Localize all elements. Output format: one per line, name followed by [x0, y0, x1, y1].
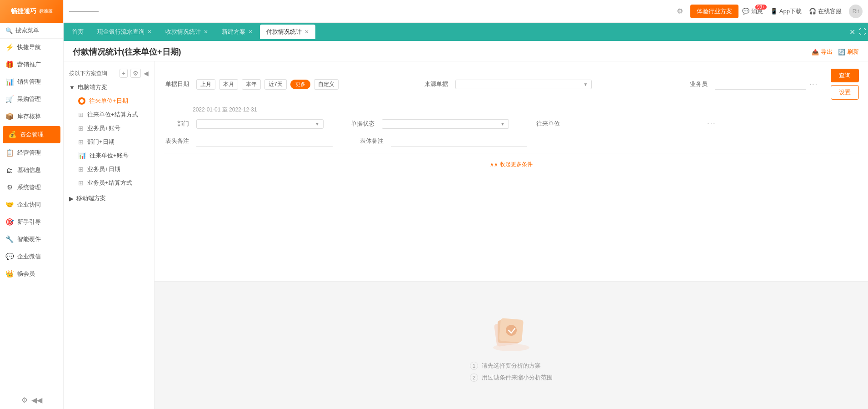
scheme-group-header-desktop[interactable]: ▼电脑端方案: [64, 81, 154, 94]
scheme-icon-staff-account: ⊞: [78, 125, 84, 132]
scheme-icon-partner-account: 📊: [78, 152, 86, 159]
scheme-group-desktop: ▼电脑端方案往来单位+日期⊞往来单位+结算方式⊞业务员+账号⊞部门+日期📊往来单…: [64, 81, 154, 190]
sidebar-search[interactable]: 🔍 搜索菜单: [0, 23, 63, 39]
collapse-panel-btn[interactable]: ◀: [144, 70, 149, 77]
date-btn-更多[interactable]: 更多: [290, 80, 310, 89]
staff-input[interactable]: [715, 79, 806, 90]
export-label: 导出: [821, 48, 833, 56]
left-panel: 按以下方案查询 + ⚙ ◀ ▼电脑端方案往来单位+日期⊞往来单位+结算方式⊞业务…: [64, 61, 155, 409]
app-download-btn[interactable]: 📱 App下载: [770, 7, 802, 15]
source-chevron-down-icon: ▼: [583, 82, 588, 87]
collapse-icon[interactable]: ◀◀: [31, 396, 42, 404]
filter-row-date: 单据日期 上月本月本年近7天更多自定义 来源单据 ▼ 业务员 ···: [164, 69, 859, 100]
sidebar-item-quick-nav[interactable]: ⚡快捷导航: [0, 39, 63, 56]
staff-more-btn[interactable]: ···: [809, 80, 818, 88]
trial-btn[interactable]: 体验行业方案: [690, 5, 738, 18]
sidebar-item-guide[interactable]: 🎯新手引导: [0, 213, 63, 231]
page-title: 付款情况统计(往来单位+日期): [73, 46, 181, 57]
sidebar-item-purchase[interactable]: 🛒采购管理: [0, 91, 63, 108]
sidebar-item-member[interactable]: 👑畅会员: [0, 265, 63, 283]
tab-close-collection[interactable]: ✕: [204, 29, 208, 35]
dept-label: 部门: [164, 120, 189, 128]
avatar[interactable]: Rit: [849, 5, 863, 18]
scheme-item-label-partner-date: 往来单位+日期: [89, 97, 128, 105]
table-body-note-input[interactable]: [391, 136, 527, 146]
scheme-icon-staff-date: ⊞: [78, 166, 84, 173]
sidebar-label-wechat: 企业微信: [17, 252, 41, 261]
tab-close-payment-stats[interactable]: ✕: [304, 29, 309, 35]
tab-label-bank-flow: 现金银行流水查询: [97, 28, 145, 36]
scheme-settings-btn[interactable]: ⚙: [130, 69, 141, 78]
tab-new-scheme[interactable]: 新建方案✕: [215, 25, 259, 39]
tab-bank-flow[interactable]: 现金银行流水查询✕: [91, 25, 158, 39]
collapse-conditions-row: ∧∧ 收起更多条件: [164, 153, 859, 176]
avatar-text: Rit: [853, 8, 859, 15]
main: ――――― ⚙ 体验行业方案 💬 消息 99+ 📱 App下载 🎧 在线客服 R…: [64, 0, 868, 409]
scheme-item-partner-settle[interactable]: ⊞往来单位+结算方式: [64, 108, 154, 121]
settings-icon[interactable]: ⚙: [21, 396, 28, 404]
collapse-conditions-btn[interactable]: ∧∧ 收起更多条件: [167, 157, 855, 172]
tabs-bar: 首页现金银行流水查询✕收款情况统计✕新建方案✕付款情况统计✕ ✕ ⛶: [64, 23, 868, 41]
sidebar-logo: 畅捷通巧 标准版: [0, 0, 63, 23]
date-btn-近7天[interactable]: 近7天: [264, 79, 287, 90]
table-header-note-input[interactable]: [196, 136, 333, 146]
partner-more-btn[interactable]: ···: [707, 120, 716, 128]
message-btn[interactable]: 💬 消息 99+: [742, 7, 763, 15]
sidebar-item-operations[interactable]: 📋经营管理: [0, 144, 63, 162]
body-layout: 按以下方案查询 + ⚙ ◀ ▼电脑端方案往来单位+日期⊞往来单位+结算方式⊞业务…: [64, 61, 868, 409]
refresh-btn[interactable]: 🔄 刷新: [838, 48, 859, 56]
tab-home[interactable]: 首页: [65, 25, 90, 39]
date-btn-上月[interactable]: 上月: [196, 79, 215, 90]
sidebar-item-basic-info[interactable]: 🗂基础信息: [0, 162, 63, 179]
tab-payment-stats[interactable]: 付款情况统计✕: [260, 25, 315, 39]
date-range-display: 2022-01-01 至 2022-12-31: [164, 106, 859, 114]
collapse-icon: ∧∧: [490, 162, 498, 168]
date-btn-本月[interactable]: 本月: [219, 79, 238, 90]
sidebar-item-capital[interactable]: 💰资金管理: [3, 126, 60, 143]
sidebar-label-hardware: 智能硬件: [17, 235, 41, 243]
topnav-title: ―――――: [69, 8, 673, 15]
online-service-btn[interactable]: 🎧 在线客服: [809, 7, 842, 15]
date-btn-自定义[interactable]: 自定义: [314, 79, 339, 90]
source-select[interactable]: ▼: [455, 80, 592, 89]
sidebar-icon-member: 👑: [5, 270, 14, 278]
tab-collection[interactable]: 收款情况统计✕: [159, 25, 215, 39]
topnav-settings-icon[interactable]: ⚙: [677, 7, 683, 15]
sidebar-item-hardware[interactable]: 🔧智能硬件: [0, 231, 63, 248]
sidebar-icon-cooperation: 🤝: [5, 201, 14, 209]
sidebar-icon-hardware: 🔧: [5, 235, 14, 243]
close-tab-icon[interactable]: ✕: [849, 28, 855, 36]
query-btn[interactable]: 查询: [831, 69, 859, 82]
sidebar-item-marketing[interactable]: 🎁营销推广: [0, 56, 63, 73]
tab-close-bank-flow[interactable]: ✕: [147, 29, 152, 35]
sidebar-item-sales[interactable]: 📊销售管理: [0, 73, 63, 91]
partner-input[interactable]: [567, 118, 703, 129]
scheme-icon-dept-date: ⊞: [78, 138, 84, 146]
sidebar-icon-purchase: 🛒: [5, 95, 14, 103]
scheme-item-staff-date[interactable]: ⊞业务员+日期: [64, 162, 154, 176]
tab-close-new-scheme[interactable]: ✕: [248, 29, 253, 35]
scheme-group-header-mobile[interactable]: ▶移动端方案: [64, 192, 154, 205]
app-label: App下载: [779, 7, 802, 15]
sidebar-item-system[interactable]: ⚙系统管理: [0, 179, 63, 196]
export-btn[interactable]: 📤 导出: [812, 48, 833, 56]
sidebar-item-inventory[interactable]: 📦库存核算: [0, 108, 63, 125]
maximize-icon[interactable]: ⛶: [859, 28, 866, 36]
add-scheme-btn[interactable]: +: [120, 69, 128, 78]
scheme-item-partner-date[interactable]: 往来单位+日期: [64, 94, 154, 108]
scheme-item-partner-account[interactable]: 📊往来单位+账号: [64, 149, 154, 162]
sidebar-label-sales: 销售管理: [17, 78, 41, 86]
date-btn-本年[interactable]: 本年: [242, 79, 261, 90]
voucher-status-select[interactable]: ▼: [382, 119, 509, 129]
scheme-item-label-partner-settle: 往来单位+结算方式: [87, 111, 138, 119]
sidebar-item-cooperation[interactable]: 🤝企业协同: [0, 196, 63, 213]
date-range-text: 2022-01-01 至 2022-12-31: [193, 106, 257, 113]
sidebar-icon-wechat: 💬: [5, 252, 14, 261]
sidebar-icon-marketing: 🎁: [5, 61, 14, 69]
scheme-item-staff-account[interactable]: ⊞业务员+账号: [64, 121, 154, 135]
filter-settings-btn[interactable]: 设置: [831, 85, 859, 100]
scheme-item-staff-settle[interactable]: ⊞业务员+结算方式: [64, 176, 154, 190]
scheme-item-dept-date[interactable]: ⊞部门+日期: [64, 135, 154, 149]
dept-select[interactable]: ▼: [196, 119, 324, 129]
sidebar-item-wechat[interactable]: 💬企业微信: [0, 248, 63, 265]
